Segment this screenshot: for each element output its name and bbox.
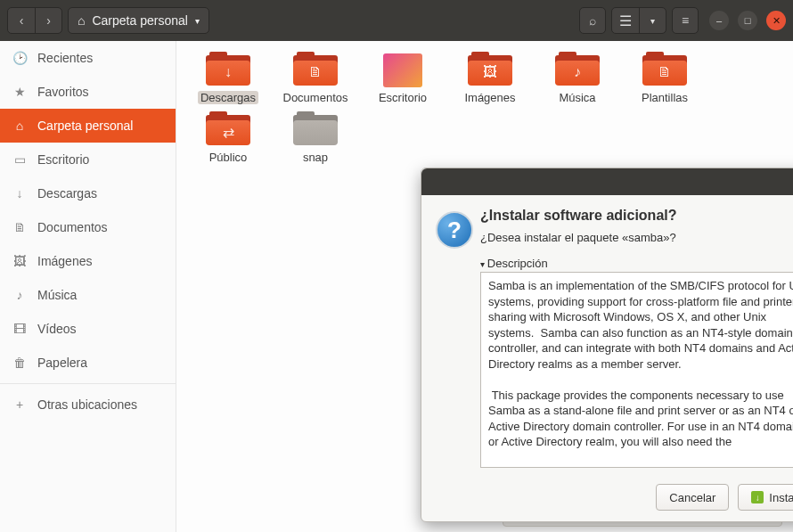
sidebar-item-favoritos[interactable]: ★Favoritos	[0, 75, 176, 109]
sidebar-item-label: Música	[37, 288, 77, 302]
folder-icon: 🗎	[293, 53, 338, 89]
sidebar-item-recientes[interactable]: 🕑Recientes	[0, 41, 176, 75]
path-bar[interactable]: ⌂ Carpeta personal ▾	[68, 7, 209, 34]
description-text[interactable]: Samba is an implementation of the SMB/CI…	[480, 272, 793, 468]
install-icon: ↓	[751, 491, 764, 503]
sidebar-icon: ▭	[12, 152, 27, 167]
home-icon: ⌂	[78, 13, 85, 28]
search-icon: ⌕	[589, 13, 596, 28]
folder-icon: ♪	[555, 53, 600, 89]
sidebar: 🕑Recientes★Favoritos⌂Carpeta personal▭Es…	[0, 41, 176, 532]
folder-icon: 🗎	[642, 53, 687, 89]
hamburger-icon: ≡	[682, 13, 689, 28]
question-icon: ?	[436, 211, 473, 249]
sidebar-icon: ♪	[12, 288, 27, 302]
sidebar-item-label: Descargas	[37, 186, 97, 201]
sidebar-item-label: Otras ubicaciones	[37, 397, 137, 412]
chevron-down-icon: ▾	[195, 16, 200, 26]
view-dropdown-button[interactable]: ▾	[639, 8, 666, 33]
file-item[interactable]: 🗎Plantillas	[622, 50, 707, 106]
dialog-titlebar[interactable]: ✕	[421, 168, 793, 195]
folder-icon: ⇄	[206, 113, 250, 149]
sidebar-separator	[0, 383, 176, 384]
dialog-subtitle: ¿Desea instalar el paquete «samba»?	[480, 231, 793, 244]
dialog-button-row: Cancelar ↓ Instalar	[421, 473, 793, 521]
minimize-button[interactable]: –	[709, 11, 729, 30]
sidebar-icon: 🗑	[12, 356, 27, 370]
sidebar-icon: 🗎	[12, 220, 27, 234]
path-label: Carpeta personal	[92, 13, 187, 28]
forward-button[interactable]: ›	[35, 8, 61, 33]
close-button[interactable]: ✕	[766, 11, 786, 30]
sidebar-icon: ⌂	[12, 119, 27, 133]
file-item[interactable]: snap	[273, 110, 358, 166]
file-label: Plantillas	[642, 91, 688, 104]
menu-button[interactable]: ≡	[672, 7, 699, 34]
back-button[interactable]: ‹	[8, 8, 35, 33]
description-toggle[interactable]: Descripción	[480, 257, 793, 270]
sidebar-item-papelera[interactable]: 🗑Papelera	[0, 346, 176, 380]
sidebar-item-label: Imágenes	[37, 254, 92, 268]
file-label: Público	[209, 151, 248, 164]
toolbar: ‹ › ⌂ Carpeta personal ▾ ⌕ ☰ ▾ ≡ – □ ✕	[0, 0, 793, 41]
content-pane: ↓Descargas🗎DocumentosEscritorio🖼Imágenes…	[176, 41, 793, 532]
cancel-button[interactable]: Cancelar	[656, 484, 729, 511]
file-label: Documentos	[283, 91, 348, 104]
main-area: 🕑Recientes★Favoritos⌂Carpeta personal▭Es…	[0, 41, 793, 532]
sidebar-item-label: Papelera	[37, 356, 87, 370]
file-item[interactable]: ⇄Público	[185, 110, 271, 166]
sidebar-item-other-locations[interactable]: + Otras ubicaciones	[0, 388, 176, 422]
sidebar-item-label: Escritorio	[37, 152, 89, 167]
file-label: Escritorio	[379, 91, 427, 104]
window-controls: – □ ✕	[709, 11, 786, 30]
sidebar-item-label: Carpeta personal	[37, 119, 133, 133]
sidebar-item-label: Favoritos	[37, 85, 89, 99]
search-button[interactable]: ⌕	[579, 7, 606, 34]
desktop-icon	[383, 53, 422, 87]
sidebar-item-documentos[interactable]: 🗎Documentos	[0, 210, 176, 244]
sidebar-icon: 🕑	[12, 51, 27, 65]
folder-icon: 🖼	[468, 53, 512, 89]
install-dialog: ✕ ? ¿Instalar software adicional? ¿Desea…	[421, 168, 793, 522]
sidebar-item-escritorio[interactable]: ▭Escritorio	[0, 143, 176, 176]
sidebar-item-descargas[interactable]: ↓Descargas	[0, 176, 176, 210]
icon-grid[interactable]: ↓Descargas🗎DocumentosEscritorio🖼Imágenes…	[176, 41, 793, 175]
view-toggle: ☰ ▾	[611, 7, 666, 34]
folder-icon	[293, 113, 338, 149]
file-item[interactable]: 🖼Imágenes	[447, 50, 533, 106]
list-view-button[interactable]: ☰	[612, 8, 639, 33]
sidebar-icon: ★	[12, 85, 27, 99]
file-item[interactable]: Escritorio	[360, 50, 446, 106]
file-label: Música	[559, 91, 595, 104]
file-item[interactable]: ↓Descargas	[185, 50, 271, 106]
sidebar-icon: ↓	[12, 186, 27, 201]
maximize-button[interactable]: □	[738, 11, 757, 30]
plus-icon: +	[12, 397, 27, 412]
folder-icon: ↓	[206, 53, 250, 89]
sidebar-item-label: Recientes	[37, 51, 93, 65]
sidebar-item-label: Documentos	[37, 220, 108, 234]
file-item[interactable]: ♪Música	[535, 50, 620, 106]
dialog-title: ¿Instalar software adicional?	[480, 208, 793, 224]
sidebar-icon: 🖼	[12, 254, 27, 268]
nav-buttons: ‹ ›	[7, 7, 62, 34]
sidebar-item-label: Vídeos	[37, 322, 77, 336]
file-label: snap	[303, 151, 328, 164]
sidebar-item-imágenes[interactable]: 🖼Imágenes	[0, 244, 176, 278]
sidebar-item-vídeos[interactable]: 🎞Vídeos	[0, 312, 176, 346]
sidebar-icon: 🎞	[12, 322, 27, 336]
file-label: Imágenes	[464, 91, 515, 104]
sidebar-item-carpeta-personal[interactable]: ⌂Carpeta personal	[0, 109, 176, 143]
install-button[interactable]: ↓ Instalar	[738, 484, 793, 511]
file-item[interactable]: 🗎Documentos	[273, 50, 358, 106]
file-label: Descargas	[198, 91, 258, 104]
sidebar-item-música[interactable]: ♪Música	[0, 278, 176, 312]
